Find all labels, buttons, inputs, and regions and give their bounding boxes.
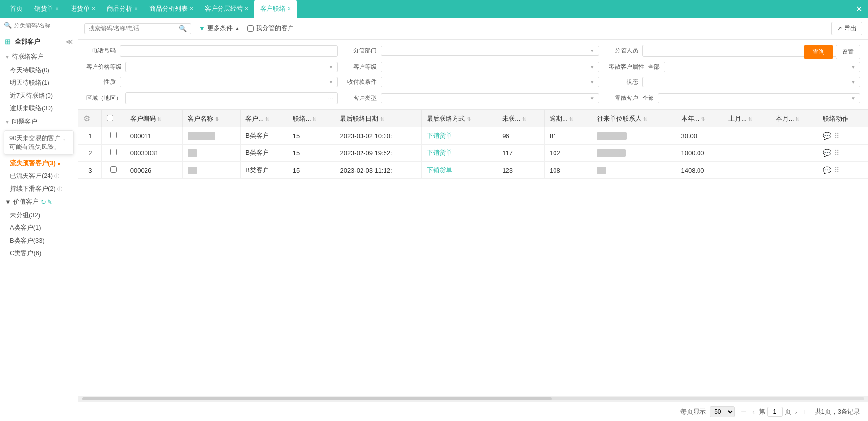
filter-nature-select[interactable]: ▼ [120,77,338,87]
toolbar-search-input[interactable] [89,25,177,32]
th-checkbox[interactable] [102,110,125,127]
sidebar-item-7days[interactable]: 近7天待联络(0) [0,89,78,102]
sidebar-item-c-class[interactable]: C类客户(6) [0,247,78,260]
row-checkbox[interactable] [110,132,117,138]
th-last-method[interactable]: 最后联络方式 ⇅ [422,110,497,127]
sidebar-item-tomorrow[interactable]: 明天待联络(1) [0,76,78,89]
value-group-icons: ↻ ✎ [41,198,52,206]
edit-icon[interactable]: ✎ [47,198,52,206]
filter-dept-select[interactable]: ▼ [381,46,599,56]
export-button[interactable]: ↗ 导出 [831,22,862,35]
sidebar-item-overdue[interactable]: 逾期未联络(30) [0,102,78,115]
action-more-icon[interactable]: ⠿ [834,166,839,174]
scrollbar-thumb[interactable] [82,397,552,400]
next-page-button[interactable]: › [793,407,799,417]
settings-button[interactable]: 设置 [836,45,860,59]
tab-product-list[interactable]: 商品分析列表 × [144,0,199,18]
filter-status-select[interactable]: ▼ [642,77,860,87]
th-level[interactable]: 客户... ⇅ [241,110,288,127]
row-checkbox[interactable] [110,149,117,155]
th-code[interactable]: 客户编码 ⇅ [125,110,183,127]
sidebar-search-input[interactable] [14,22,78,29]
th-contact-person[interactable]: 往来单位联系人 ⇅ [592,110,676,127]
page-number-input[interactable] [767,407,783,417]
filter-retail-select[interactable]: ▼ [658,93,860,103]
status-arrow: ▼ [851,79,856,85]
action-chat-icon[interactable]: 💬 [823,166,831,174]
th-contact-count[interactable]: 联络... ⇅ [288,110,335,127]
filter-payment-select[interactable]: ▼ [381,77,599,87]
tab-customer-layer-close[interactable]: × [245,5,248,12]
action-more-icon[interactable]: ⠿ [834,149,839,157]
filter-region-select[interactable]: ··· [125,92,338,104]
tab-home-label: 首页 [10,4,23,13]
row-contact-person: ██ ███... [592,127,676,145]
query-button[interactable]: 查询 [804,45,833,59]
prev-page-button[interactable]: ‹ [750,407,757,417]
row-checkbox-cell[interactable] [102,162,125,179]
row-name: ██ [183,162,241,179]
sidebar-group-pending[interactable]: ▼ 待联络客户 [0,50,78,64]
sidebar-item-declining[interactable]: 持续下滑客户(2) ⓘ [0,182,78,195]
th-overdue[interactable]: 逾期... ⇅ [544,110,592,127]
settings-gear-icon[interactable]: ⚙ [83,114,90,123]
tab-product-list-close[interactable]: × [190,5,193,12]
tab-sales[interactable]: 销货单 × [28,0,65,18]
action-chat-icon[interactable]: 💬 [823,132,831,140]
row-code: 000011 [125,127,183,145]
th-this-year[interactable]: 本年... ⇅ [676,110,723,127]
tab-customer-contact[interactable]: 客户联络 × [254,0,297,18]
row-checkbox-cell[interactable] [102,127,125,145]
filter-customer-level-select[interactable]: ▼ [381,62,599,72]
sidebar-item-a-class[interactable]: A类客户(1) [0,222,78,234]
sidebar-group-value[interactable]: ▼ 价值客户 ↻ ✎ [0,195,78,209]
refresh-icon[interactable]: ↻ [41,198,46,206]
sidebar-all-customers[interactable]: ⊞ 全部客户 ≪ [0,33,78,50]
tab-customer-contact-close[interactable]: × [288,5,291,12]
th-last-date[interactable]: 最后联络日期 ⇅ [335,110,422,127]
tab-product-analysis[interactable]: 商品分析 × [101,0,144,18]
filter-nature-label: 性质 [86,78,116,86]
sidebar-group-problem[interactable]: ▼ 问题客户 [0,115,78,128]
th-this-month[interactable]: 本月... ⇅ [771,110,818,127]
tab-purchase[interactable]: 进货单 × [65,0,101,18]
row-checkbox[interactable] [110,166,117,173]
sidebar-item-b-class[interactable]: B类客户(33) [0,234,78,247]
toolbar-search-icon[interactable]: 🔍 [179,25,187,32]
sidebar-item-churned[interactable]: 已流失客户(24) ⓘ [0,170,78,182]
sidebar-item-ungrouped[interactable]: 未分组(32) [0,209,78,222]
sidebar-item-churn-warning[interactable]: 流失预警客户(3) ● [0,157,78,170]
page-unit: 页 [785,407,791,416]
tab-purchase-label: 进货单 [71,4,90,13]
last-page-button[interactable]: ⊢ [801,407,811,417]
more-filter-button[interactable]: ▼ 更多条件 ▲ [195,22,243,35]
select-all-checkbox[interactable] [107,115,113,121]
action-more-icon[interactable]: ⠿ [834,132,839,140]
th-no-contact[interactable]: 未联... ⇅ [497,110,545,127]
filter-phone-input[interactable] [120,45,338,57]
collapse-icon[interactable]: ≪ [66,38,73,46]
filter-panel: 电话号码 分管部门 ▼ 分管人员 ··· 客户价格等级 [78,40,868,110]
sidebar-item-today[interactable]: 今天待联络(0) [0,64,78,76]
th-name[interactable]: 客户名称 ⇅ [183,110,241,127]
th-last-month[interactable]: 上月... ⇅ [723,110,771,127]
tab-sales-close[interactable]: × [55,5,59,12]
tab-home[interactable]: 首页 [4,0,28,18]
my-customers-check[interactable] [247,25,254,32]
action-chat-icon[interactable]: 💬 [823,149,831,157]
filter-customer-type-select[interactable]: ▼ [381,93,599,103]
my-customers-checkbox[interactable]: 我分管的客户 [247,24,294,33]
close-all-button[interactable]: ✕ [854,2,864,16]
tab-purchase-close[interactable]: × [92,5,95,12]
filter-retail-attr-select[interactable]: ▼ [664,62,860,72]
nature-arrow: ▼ [328,79,333,85]
tab-product-analysis-close[interactable]: × [134,5,138,12]
filter-price-level-select[interactable]: ▼ [125,62,338,72]
horizontal-scrollbar[interactable] [78,396,868,402]
th-settings[interactable]: ⚙ [78,110,102,127]
filter-retail: 零散客户 全部 ▼ [609,92,860,104]
row-checkbox-cell[interactable] [102,145,125,162]
first-page-button[interactable]: ⊣ [739,407,748,417]
per-page-select[interactable]: 50 100 200 [710,406,735,417]
tab-customer-layer[interactable]: 客户分层经营 × [199,0,254,18]
